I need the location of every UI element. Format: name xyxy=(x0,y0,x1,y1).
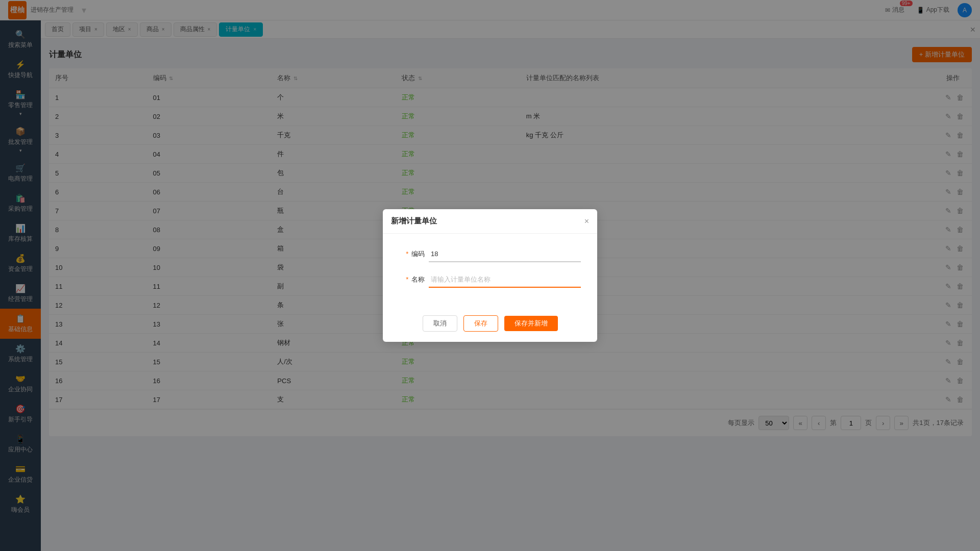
form-row-code: * 编码 xyxy=(399,246,581,262)
add-unit-dialog: 新增计量单位 × * 编码 * 名称 取消 保存 保存并新增 xyxy=(383,209,597,342)
code-input[interactable] xyxy=(429,246,581,262)
dialog-title: 新增计量单位 xyxy=(391,216,437,226)
save-and-new-button[interactable]: 保存并新增 xyxy=(504,316,558,331)
modal-overlay: 新增计量单位 × * 编码 * 名称 取消 保存 保存并新增 xyxy=(0,0,980,551)
dialog-header: 新增计量单位 × xyxy=(383,209,597,234)
name-input[interactable] xyxy=(429,271,581,288)
save-button[interactable]: 保存 xyxy=(463,315,498,332)
form-label-name: * 名称 xyxy=(399,275,425,284)
form-row-name: * 名称 xyxy=(399,271,581,288)
cancel-button[interactable]: 取消 xyxy=(423,315,457,332)
dialog-close-button[interactable]: × xyxy=(584,217,589,226)
form-label-code: * 编码 xyxy=(399,249,425,259)
dialog-body: * 编码 * 名称 xyxy=(383,234,597,309)
dialog-footer: 取消 保存 保存并新增 xyxy=(383,309,597,342)
